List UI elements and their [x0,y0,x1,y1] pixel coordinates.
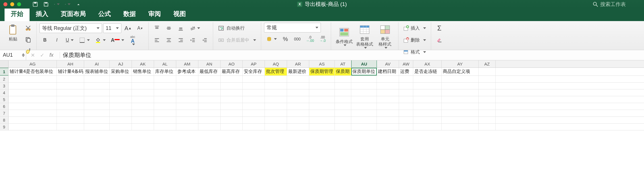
cell-AJ4[interactable] [110,89,132,96]
cell-AP1[interactable]: 安全库存 [243,68,265,75]
cell-AZ5[interactable] [479,96,496,103]
align-top-button[interactable] [151,23,162,34]
cell-AZ6[interactable] [479,103,496,110]
cell-AT4[interactable] [335,89,351,96]
maximize-window-icon[interactable] [17,2,21,6]
cell-AK2[interactable] [132,76,154,82]
cell-AR6[interactable] [287,103,309,110]
cell-AK7[interactable] [132,110,154,116]
cell-AZ1[interactable] [479,68,496,75]
cell-AL3[interactable] [154,83,176,89]
cell-AS2[interactable] [309,76,335,82]
cell-AJ2[interactable] [110,76,132,82]
column-header-AK[interactable]: AK [132,60,154,67]
cell-AN1[interactable]: 最低库存 [198,68,221,75]
cell-AS5[interactable] [309,96,335,103]
cell-AS4[interactable] [309,89,335,96]
tab-数据[interactable]: 数据 [117,7,142,21]
close-window-icon[interactable] [3,2,7,6]
cell-AV5[interactable] [377,96,399,103]
cell-AT1[interactable]: 保质期 [335,68,351,75]
decrease-font-button[interactable]: A▼ [135,23,146,34]
cell-AI5[interactable] [84,96,110,103]
cell-AN9[interactable] [198,124,221,130]
copy-button[interactable] [23,34,34,45]
column-header-AQ[interactable]: AQ [265,60,287,67]
cell-AT9[interactable] [335,124,351,130]
cell-AR7[interactable] [287,110,309,116]
cell-AH9[interactable] [57,124,84,130]
font-name-combo[interactable]: 等线 Regular (正文) [40,23,102,33]
cell-AV9[interactable] [377,124,399,130]
cell-AX2[interactable] [413,76,442,82]
row-header-1[interactable]: 1 [0,68,9,75]
cell-AW1[interactable]: 运费 [399,68,413,75]
align-middle-button[interactable] [163,23,174,34]
cell-AZ8[interactable] [479,117,496,123]
cell-AP6[interactable] [243,103,265,110]
tab-插入[interactable]: 插入 [30,7,55,21]
cell-AI3[interactable] [84,83,110,89]
column-header-AN[interactable]: AN [198,60,221,67]
save-icon[interactable] [43,1,49,7]
cell-AL2[interactable] [154,76,176,82]
cell-AQ8[interactable] [265,117,287,123]
bold-button[interactable]: B [40,35,50,46]
column-header-AU[interactable]: AU [351,60,377,67]
column-header-AM[interactable]: AM [176,60,198,67]
cell-AG4[interactable] [9,89,57,96]
cell-AU4[interactable] [351,89,377,96]
cell-AW5[interactable] [399,96,413,103]
cell-AW8[interactable] [399,117,413,123]
cell-AP4[interactable] [243,89,265,96]
cell-AO7[interactable] [221,110,243,116]
cell-AI4[interactable] [84,89,110,96]
cell-AQ4[interactable] [265,89,287,96]
cell-AM9[interactable] [176,124,198,130]
column-header-AI[interactable]: AI [84,60,110,67]
row-header-9[interactable]: 9 [0,124,9,130]
decrease-decimal-button[interactable]: .00→.0 [317,34,328,44]
cell-AG9[interactable] [9,124,57,130]
cell-AM7[interactable] [176,110,198,116]
cell-AN2[interactable] [198,76,221,82]
column-header-AV[interactable]: AV [377,60,399,67]
cell-AS8[interactable] [309,117,335,123]
tab-审阅[interactable]: 审阅 [142,7,167,21]
cell-AJ8[interactable] [110,117,132,123]
cell-AY7[interactable] [442,110,479,116]
cell-AW2[interactable] [399,76,413,82]
border-button[interactable] [77,35,92,46]
cell-AX6[interactable] [413,103,442,110]
cell-AV4[interactable] [377,89,399,96]
cell-AN4[interactable] [198,89,221,96]
cell-AW6[interactable] [399,103,413,110]
cell-AI7[interactable] [84,110,110,116]
cell-AM3[interactable] [176,83,198,89]
search-input[interactable] [600,1,640,7]
cell-AR2[interactable] [287,76,309,82]
customize-qat-icon[interactable] [76,1,81,7]
cell-AP3[interactable] [243,83,265,89]
autosave-icon[interactable] [32,1,38,7]
cell-styles-button[interactable]: 单元 格样式 [375,23,395,49]
cell-AS7[interactable] [309,110,335,116]
cell-AO3[interactable] [221,83,243,89]
cell-AM8[interactable] [176,117,198,123]
cell-AT6[interactable] [335,103,351,110]
cell-AW9[interactable] [399,124,413,130]
cell-AV2[interactable] [377,76,399,82]
column-header-AR[interactable]: AR [287,60,309,67]
cell-AV7[interactable] [377,110,399,116]
align-right-button[interactable] [175,35,186,46]
spreadsheet-grid[interactable]: AGAHAIAJAKALAMANAOAPAQARASATAUAVAWAXAYAZ… [0,60,644,130]
cell-AO9[interactable] [221,124,243,130]
cell-AQ7[interactable] [265,110,287,116]
cell-AH2[interactable] [57,76,84,82]
cell-AL7[interactable] [154,110,176,116]
cut-button[interactable] [23,23,34,34]
orientation-button[interactable]: ab [187,23,202,34]
conditional-format-button[interactable]: 条件格式 [334,23,354,49]
column-header-AH[interactable]: AH [57,60,84,67]
cell-AS3[interactable] [309,83,335,89]
